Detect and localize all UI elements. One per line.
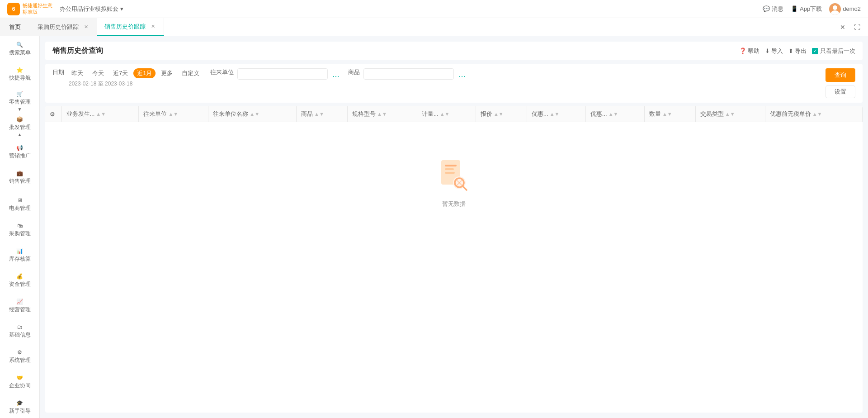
- table-col-spec[interactable]: 规格型号 ▲▼: [348, 106, 417, 122]
- date-1month-btn[interactable]: 近1月: [133, 68, 156, 78]
- import-icon: ⬇: [765, 48, 770, 54]
- import-button[interactable]: ⬇ 导入: [765, 47, 783, 55]
- table-col-partner-code[interactable]: 往来单位 ▲▼: [139, 106, 208, 122]
- purchase-icon: 🛍: [17, 223, 23, 229]
- user-menu[interactable]: demo2: [829, 3, 861, 15]
- page-title: 销售历史价查询: [52, 46, 103, 56]
- sidebar-item-inventory[interactable]: 📊 库存核算: [0, 242, 39, 268]
- sidebar-item-sales-mgmt[interactable]: 💼 销售管理: [0, 165, 39, 190]
- content-area: 销售历史价查询 ❓ 帮助 ⬇ 导入 ⬆ 导出: [40, 36, 868, 418]
- table-col-discount2[interactable]: 优惠... ▲▼: [585, 106, 644, 122]
- sidebar-item-cooperation[interactable]: 🤝 企业协同: [0, 369, 39, 394]
- logo-text: 畅捷通好生意 标准版: [23, 3, 52, 14]
- message-button[interactable]: 💬 消息: [763, 5, 783, 13]
- finance-icon: 💰: [16, 273, 23, 280]
- top-bar-right: 💬 消息 📱 App下载 demo2: [763, 3, 861, 15]
- partner-filter-label: 往来单位: [210, 68, 234, 76]
- sidebar-item-wholesale[interactable]: 📦 批发管理 ▲: [0, 114, 39, 139]
- date-filter-label: 日期: [52, 68, 64, 76]
- tab-home[interactable]: 首页: [0, 18, 30, 36]
- sort-quote-icon: ▲▼: [494, 111, 504, 117]
- sidebar-item-finance[interactable]: 💰 资金管理: [0, 268, 39, 293]
- settings-icon[interactable]: ⚙: [50, 111, 55, 118]
- date-custom-btn[interactable]: 自定义: [178, 68, 203, 78]
- operations-icon: 📈: [16, 299, 23, 305]
- date-today-btn[interactable]: 今天: [89, 68, 108, 78]
- export-button[interactable]: ⬆ 导出: [788, 47, 807, 55]
- sidebar-item-operations[interactable]: 📈 经营管理: [0, 293, 39, 318]
- table-col-partner-name[interactable]: 往来单位名称 ▲▼: [208, 106, 297, 122]
- tab-sales[interactable]: 销售历史价跟踪 ✕: [97, 18, 164, 36]
- cooperation-icon: 🤝: [16, 375, 23, 381]
- sort-spec-icon: ▲▼: [377, 111, 387, 117]
- page-content: 销售历史价查询 ❓ 帮助 ⬇ 导入 ⬆ 导出: [40, 36, 868, 418]
- table-col-discount1[interactable]: 优惠... ▲▼: [527, 106, 585, 122]
- app-selector[interactable]: 办公用品行业模拟账套 ▾: [56, 3, 127, 15]
- sidebar-item-ecommerce[interactable]: 🖥 电商管理: [0, 192, 39, 217]
- sidebar-item-search[interactable]: 🔍 搜索菜单: [0, 36, 39, 62]
- date-filter-section: 日期 昨天 今天 近7天 近1月 更多 自定义 2023-02-18 至 202…: [52, 68, 203, 88]
- inventory-icon: 📊: [16, 248, 23, 254]
- product-dots-button[interactable]: ...: [457, 70, 467, 78]
- last-only-checkbox[interactable]: 只看最后一次: [812, 47, 855, 55]
- sort-unit-icon: ▲▼: [440, 111, 450, 117]
- sort-partner-name-icon: ▲▼: [250, 111, 259, 117]
- page-header: 销售历史价查询 ❓ 帮助 ⬇ 导入 ⬆ 导出: [45, 42, 863, 60]
- date-yesterday-btn[interactable]: 昨天: [68, 68, 87, 78]
- svg-rect-6: [445, 172, 455, 174]
- marketing-icon: 📢: [16, 145, 23, 151]
- date-more-btn[interactable]: 更多: [157, 68, 176, 78]
- table-col-trade-type[interactable]: 交易类型 ▲▼: [695, 106, 765, 122]
- table-col-quote[interactable]: 报价 ▲▼: [476, 106, 527, 122]
- sort-discount1-icon: ▲▼: [550, 111, 560, 117]
- sort-biz-date-icon: ▲▼: [96, 111, 106, 117]
- sidebar: 🔍 搜索菜单 ⭐ 快捷导航 🛒 零售管理 ▼ 📦 批发管理 ▲ 📢 营销推广 💼…: [0, 36, 40, 418]
- sidebar-item-basic[interactable]: 🗂 基础信息: [0, 318, 39, 344]
- table-header-row: ⚙ 业务发生... ▲▼ 往来单位: [45, 106, 863, 122]
- date-filter-controls: 昨天 今天 近7天 近1月 更多 自定义 2023-02-18 至 2023-0…: [68, 68, 203, 88]
- guide-icon: 🎓: [16, 400, 23, 406]
- sidebar-item-system[interactable]: ⚙ 系统管理: [0, 344, 39, 369]
- sort-quantity-icon: ▲▼: [662, 111, 672, 117]
- date-buttons: 昨天 今天 近7天 近1月 更多 自定义: [68, 68, 203, 78]
- partner-dots-button[interactable]: ...: [330, 70, 341, 78]
- settings-button[interactable]: 设置: [826, 86, 855, 98]
- date-7days-btn[interactable]: 近7天: [109, 68, 132, 78]
- table-col-pre-tax-price[interactable]: 优惠前无税单价 ▲▼: [765, 106, 862, 122]
- chevron-down-icon: ▾: [120, 5, 123, 12]
- table-col-product[interactable]: 商品 ▲▼: [297, 106, 348, 122]
- table-col-quantity[interactable]: 数量 ▲▼: [644, 106, 695, 122]
- product-input-area: ...: [363, 68, 467, 80]
- sidebar-item-retail[interactable]: 🛒 零售管理 ▼: [0, 89, 39, 114]
- close-sales-tab[interactable]: ✕: [149, 23, 156, 30]
- date-range-text: 2023-02-18 至 2023-03-18: [69, 80, 203, 88]
- sidebar-item-purchase-mgmt[interactable]: 🛍 采购管理: [0, 217, 39, 242]
- partner-filter-section: 往来单位 ...: [210, 68, 341, 80]
- sidebar-item-shortcut[interactable]: ⭐ 快捷导航: [0, 62, 39, 87]
- sidebar-item-marketing[interactable]: 📢 营销推广: [0, 139, 39, 165]
- sidebar-item-guide[interactable]: 🎓 新手引导: [0, 394, 39, 418]
- partner-input[interactable]: [237, 68, 328, 80]
- top-bar: 6 畅捷通好生意 标准版 办公用品行业模拟账套 ▾ 💬 消息 📱 App下载 d…: [0, 0, 868, 18]
- maximize-button[interactable]: ⛶: [852, 22, 863, 33]
- table-col-settings: ⚙: [45, 106, 61, 122]
- table-header: ⚙ 业务发生... ▲▼ 往来单位: [45, 106, 863, 122]
- svg-line-9: [463, 186, 467, 190]
- table-col-biz-date[interactable]: 业务发生... ▲▼: [61, 106, 139, 122]
- app-download-button[interactable]: 📱 App下载: [791, 5, 822, 13]
- partner-input-area: ...: [237, 68, 341, 80]
- data-table: ⚙ 业务发生... ▲▼ 往来单位: [45, 106, 863, 122]
- svg-point-1: [833, 5, 837, 10]
- help-button[interactable]: ❓ 帮助: [739, 47, 760, 55]
- close-all-tabs-button[interactable]: ✕: [837, 22, 848, 33]
- table-col-unit[interactable]: 计量... ▲▼: [417, 106, 476, 122]
- close-purchase-tab[interactable]: ✕: [82, 24, 90, 31]
- logo-icon: 6: [7, 3, 20, 15]
- export-icon: ⬆: [788, 48, 793, 54]
- product-input[interactable]: [363, 68, 454, 80]
- tab-purchase[interactable]: 采购历史价跟踪 ✕: [30, 18, 97, 36]
- sales-icon: 💼: [16, 170, 23, 176]
- query-button[interactable]: 查询: [826, 68, 855, 82]
- avatar: [829, 3, 841, 15]
- retail-icon: 🛒: [16, 91, 23, 97]
